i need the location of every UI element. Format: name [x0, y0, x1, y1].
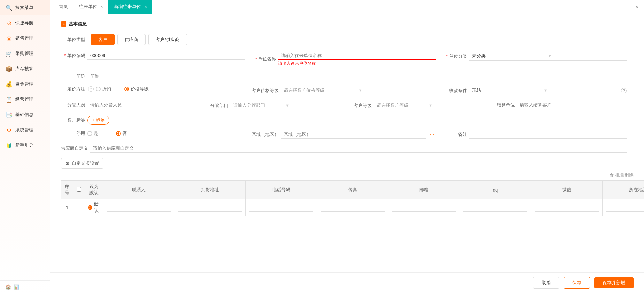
row-email-input[interactable]: [392, 203, 456, 212]
manager-more-btn[interactable]: ···: [190, 102, 197, 108]
unit-type-customer[interactable]: 客户: [91, 34, 115, 45]
pricing-discount[interactable]: 折扣: [96, 86, 120, 92]
sidebar-item-search[interactable]: 🔍 搜索菜单: [0, 0, 50, 15]
disabled-label: 停用: [61, 130, 85, 137]
payment-arrow: ▼: [544, 88, 615, 92]
remark-label: 备注: [443, 131, 467, 138]
code-input[interactable]: [87, 51, 245, 60]
field-remark: 备注: [443, 130, 634, 139]
add-tag-button[interactable]: + 标签: [87, 116, 109, 125]
col-phone: 电话号码: [246, 181, 317, 199]
settlement-input[interactable]: [517, 101, 617, 109]
row-contact: [103, 199, 174, 216]
unit-type-both[interactable]: 客户/供应商: [148, 34, 187, 45]
customer-level-select[interactable]: 请选择客户等级 ▼: [374, 101, 484, 110]
purchase-icon: 🛒: [6, 50, 13, 57]
payment-select[interactable]: 现结 ▼: [469, 86, 618, 95]
pricing-level-radio[interactable]: [124, 87, 129, 91]
col-region: 所在地区: [603, 181, 644, 199]
cancel-button[interactable]: 取消: [533, 277, 559, 289]
form-row-tags: 客户标签 + 标签: [61, 116, 634, 125]
field-price-level: 客户价格等级 请选择客户价格等级 ▼: [252, 86, 442, 95]
sidebar-item-quick-nav[interactable]: ⊙ 快捷导航: [0, 15, 50, 31]
row-fax-input[interactable]: [321, 203, 385, 212]
payment-help-icon[interactable]: ?: [621, 88, 627, 93]
name-input[interactable]: [278, 51, 435, 60]
sidebar-item-sales[interactable]: ◎ 销售管理: [0, 31, 50, 46]
tab-partner-close[interactable]: ×: [101, 5, 103, 9]
field-customer-level: 客户等级 请选择客户等级 ▼: [347, 101, 490, 110]
form-area: F 基本信息 单位类型 客户 供应商 客户/供应商 单位编码 单位名称 请输入往…: [50, 14, 644, 272]
row-default-radio[interactable]: [88, 205, 92, 210]
row-contact-input[interactable]: [107, 203, 171, 212]
select-all-checkbox[interactable]: [77, 187, 81, 192]
pricing-discount-radio[interactable]: [96, 87, 101, 91]
field-tags: 客户标签 + 标签: [61, 116, 634, 125]
system-icon: ⚙: [6, 127, 13, 133]
category-select[interactable]: 未分类 ▼: [469, 51, 627, 61]
table-row: 1 默认: [61, 199, 644, 216]
sidebar-item-guide[interactable]: 🔰 新手引导: [0, 138, 50, 153]
col-wechat: 微信: [531, 181, 603, 199]
tab-bar: 首页 往来单位 × 新增往来单位 × ×: [50, 0, 644, 14]
disabled-yes[interactable]: 是: [87, 130, 112, 137]
disabled-no[interactable]: 否: [116, 130, 140, 137]
sidebar-item-finance[interactable]: 💰 资金管理: [0, 76, 50, 92]
window-close-button[interactable]: ×: [633, 2, 641, 11]
col-email: 邮箱: [388, 181, 460, 199]
customer-level-arrow: ▼: [429, 103, 481, 107]
dept-select[interactable]: 请输入分管部门 ▼: [230, 101, 340, 110]
disabled-yes-radio[interactable]: [87, 131, 92, 136]
batch-delete-label[interactable]: 批量删除: [615, 172, 634, 178]
row-address-input[interactable]: [178, 203, 242, 212]
sidebar-item-purchase[interactable]: 🛒 采购管理: [0, 46, 50, 61]
row-checkbox-input[interactable]: [77, 205, 81, 209]
row-address: [174, 199, 246, 216]
name-field-wrapper: 请输入往来单位名称: [278, 51, 435, 66]
abbr-input[interactable]: [87, 72, 627, 80]
contact-table: 序号 设为默认 联系人 到货地址 电话号码 传真 邮箱 qq 微信 所在地区 操…: [61, 180, 644, 216]
operations-icon: 📋: [6, 96, 13, 103]
field-pricing: 定价方法 ? 折扣 价格等级: [61, 86, 252, 92]
row-default-radio-label[interactable]: 默认: [88, 201, 99, 214]
save-new-button[interactable]: 保存并新增: [594, 277, 634, 288]
pricing-level[interactable]: 价格等级: [124, 86, 149, 92]
sidebar-item-system[interactable]: ⚙ 系统管理: [0, 122, 50, 138]
tab-new-partner-close[interactable]: ×: [144, 5, 147, 9]
remark-input[interactable]: [469, 130, 627, 139]
col-seq: 序号: [61, 181, 73, 199]
row-region-input[interactable]: [606, 203, 644, 212]
tab-home[interactable]: 首页: [53, 0, 73, 14]
tab-partner[interactable]: 往来单位 ×: [73, 0, 108, 14]
sidebar-bottom-icon: 🏠: [6, 284, 11, 290]
sidebar-item-basic[interactable]: 📑 基础信息: [0, 107, 50, 122]
row-wechat-input[interactable]: [535, 203, 599, 212]
unit-type-supplier[interactable]: 供应商: [117, 34, 146, 45]
row-phone-input[interactable]: [249, 203, 313, 212]
region-input[interactable]: [281, 130, 426, 139]
field-region: 区域（地区） ···: [252, 130, 442, 139]
disabled-no-radio[interactable]: [116, 131, 121, 136]
sales-icon: ◎: [6, 35, 13, 42]
field-name: 单位名称 请输入往来单位名称: [252, 51, 442, 66]
name-error-text: 请输入往来单位名称: [278, 60, 435, 66]
pricing-help-icon[interactable]: ?: [88, 86, 94, 92]
save-button[interactable]: 保存: [564, 277, 590, 289]
region-more-btn[interactable]: ···: [428, 131, 435, 138]
field-disabled: 停用 是 否: [61, 130, 252, 137]
sidebar-item-inventory[interactable]: 📦 库存核算: [0, 61, 50, 76]
supplier-custom-input[interactable]: [90, 144, 627, 153]
price-level-select[interactable]: 请选择客户价格等级 ▼: [281, 86, 435, 95]
manager-input[interactable]: [87, 101, 188, 109]
tag-label: 客户标签: [61, 117, 85, 123]
abbr-label: 简称: [61, 73, 85, 79]
settlement-more-btn[interactable]: ···: [619, 102, 627, 108]
col-contact: 联系人: [103, 181, 174, 199]
sidebar-item-operations[interactable]: 📋 经营管理: [0, 92, 50, 107]
custom-settings-button[interactable]: ⚙ 自定义项设置: [61, 158, 103, 169]
table-section: ⚙ 自定义项设置 🗑 批量删除 序号 设为默认 联系人 到货地址 电话号码: [61, 158, 634, 216]
basic-icon: 📑: [6, 111, 13, 118]
tab-new-partner[interactable]: 新增往来单位 ×: [108, 0, 152, 14]
row-qq-input[interactable]: [463, 203, 527, 212]
dept-arrow: ▼: [285, 103, 338, 107]
